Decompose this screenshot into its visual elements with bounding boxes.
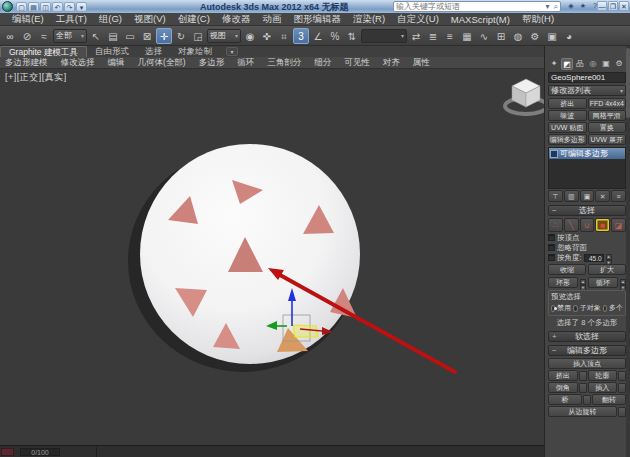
- new-scene-icon[interactable]: ▢: [16, 2, 27, 12]
- modifier-button-noise[interactable]: 噪波: [548, 110, 587, 121]
- mirror-icon[interactable]: ⇄: [408, 28, 424, 44]
- create-tab-icon[interactable]: ✦: [548, 58, 560, 70]
- percent-snap-icon[interactable]: %: [327, 28, 343, 44]
- redo-icon[interactable]: ↷: [64, 2, 75, 12]
- menu-group[interactable]: 组(G): [93, 13, 128, 26]
- select-and-rotate-icon[interactable]: ↻: [173, 28, 189, 44]
- bridge-button[interactable]: 桥: [548, 394, 582, 405]
- inset-button[interactable]: 插入: [588, 382, 618, 393]
- panel-polygons[interactable]: 多边形: [199, 57, 225, 69]
- modifier-button-ffd[interactable]: FFD 4x4x4: [588, 98, 627, 109]
- frame-indicator-field[interactable]: 0/100: [20, 448, 60, 456]
- angle-spinner[interactable]: ▲▼: [606, 254, 612, 262]
- spinner-snap-icon[interactable]: ⇅: [344, 28, 360, 44]
- outline-settings-icon[interactable]: [618, 371, 626, 381]
- ignore-backfacing-checkbox[interactable]: [548, 244, 555, 251]
- element-subobject-icon[interactable]: ◪: [611, 218, 626, 232]
- select-and-scale-icon[interactable]: ◲: [190, 28, 206, 44]
- menu-maxscript[interactable]: MAXScript(M): [445, 14, 516, 25]
- app-menu-button[interactable]: [2, 1, 13, 12]
- panel-loops[interactable]: 循环: [237, 57, 254, 69]
- edge-subobject-icon[interactable]: ╲: [564, 218, 579, 232]
- panel-align[interactable]: 对齐: [383, 57, 400, 69]
- rectangular-selection-region-icon[interactable]: ▭: [122, 28, 138, 44]
- named-selection-sets-dropdown[interactable]: ▾: [361, 29, 407, 43]
- extrude-settings-icon[interactable]: [579, 371, 587, 381]
- loop-button[interactable]: 循环: [588, 277, 618, 288]
- ribbon-minimize-icon[interactable]: ▾: [226, 47, 238, 56]
- angle-value-field[interactable]: 45.0: [584, 254, 604, 262]
- vertex-subobject-icon[interactable]: ∴: [548, 218, 563, 232]
- bevel-settings-icon[interactable]: [579, 383, 587, 393]
- tab-graphite-modeling[interactable]: Graphite 建模工具: [0, 46, 87, 57]
- snap-toggle-icon[interactable]: 3: [293, 28, 309, 44]
- display-tab-icon[interactable]: ▣: [600, 58, 612, 70]
- menu-animation[interactable]: 动画: [256, 13, 287, 26]
- viewcube[interactable]: [505, 79, 544, 114]
- graphite-toggle-icon[interactable]: ▦: [459, 28, 475, 44]
- outline-button[interactable]: 轮廓: [588, 370, 618, 381]
- viewport-label-menus[interactable]: [+][正交][真实]: [5, 71, 67, 84]
- make-unique-icon[interactable]: ▣: [580, 190, 595, 202]
- use-pivot-center-icon[interactable]: ◉: [242, 28, 258, 44]
- menu-rendering[interactable]: 渲染(R): [347, 13, 391, 26]
- reference-coordinate-dropdown[interactable]: 视图▾: [207, 29, 241, 43]
- menu-modifiers[interactable]: 修改器: [216, 13, 257, 26]
- selection-rollout-header[interactable]: − 选择: [548, 205, 626, 216]
- select-by-name-icon[interactable]: ▤: [105, 28, 121, 44]
- menu-views[interactable]: 视图(V): [128, 13, 172, 26]
- perspective-viewport[interactable]: [+][正交][真实]: [0, 69, 544, 445]
- panel-scrollbar[interactable]: [626, 46, 630, 457]
- modifier-button-displace[interactable]: 置换: [588, 122, 627, 133]
- modify-tab-icon[interactable]: ◩: [561, 58, 573, 70]
- menu-help[interactable]: 帮助(H): [516, 13, 560, 26]
- insert-vertex-button[interactable]: 插入顶点: [548, 358, 626, 369]
- preview-multi-radio[interactable]: [603, 305, 607, 312]
- panel-modify-selection[interactable]: 修改选择: [61, 57, 95, 69]
- search-input[interactable]: [394, 2, 544, 11]
- modifier-button-uvw-map[interactable]: UVW 贴图: [548, 122, 587, 133]
- extrude-button[interactable]: 挤出: [548, 370, 578, 381]
- search-dropdown-icon[interactable]: ▾: [544, 2, 552, 11]
- soft-selection-rollout-header[interactable]: + 软选择: [548, 331, 626, 342]
- select-object-icon[interactable]: ↖: [88, 28, 104, 44]
- undo-icon[interactable]: ↶: [52, 2, 63, 12]
- inset-settings-icon[interactable]: [618, 383, 626, 393]
- modifier-stack[interactable]: 可编辑多边形: [548, 147, 626, 189]
- selection-filter-dropdown[interactable]: 全部▾: [53, 29, 87, 43]
- panel-edit[interactable]: 编辑: [108, 57, 125, 69]
- show-end-result-icon[interactable]: ▥: [564, 190, 579, 202]
- align-icon[interactable]: ≣: [425, 28, 441, 44]
- panel-properties[interactable]: 属性: [413, 57, 430, 69]
- schematic-view-icon[interactable]: ⊞: [493, 28, 509, 44]
- render-icon[interactable]: ◕: [561, 28, 577, 44]
- workspace-dropdown-icon[interactable]: ▾: [76, 2, 87, 12]
- viewport-scene[interactable]: [0, 69, 544, 445]
- window-crossing-icon[interactable]: ⊠: [139, 28, 155, 44]
- ring-button[interactable]: 环形: [548, 277, 578, 288]
- rendered-frame-icon[interactable]: ▣: [544, 28, 560, 44]
- tab-freeform[interactable]: 自由形式: [87, 46, 137, 57]
- ring-spinner[interactable]: ▲▼: [580, 279, 586, 287]
- by-vertex-checkbox[interactable]: [548, 234, 555, 241]
- panel-tris[interactable]: 三角剖分: [267, 57, 301, 69]
- sign-in-icon[interactable]: ◈: [566, 1, 576, 11]
- border-subobject-icon[interactable]: ∪: [580, 218, 595, 232]
- shrink-button[interactable]: 收缩: [548, 264, 586, 275]
- bevel-button[interactable]: 倒角: [548, 382, 578, 393]
- flip-button[interactable]: 翻转: [592, 394, 626, 405]
- minimize-button[interactable]: —: [597, 1, 607, 11]
- configure-modifier-sets-icon[interactable]: ≡: [611, 190, 626, 202]
- maximize-button[interactable]: ❐: [608, 1, 618, 11]
- menu-customize[interactable]: 自定义(U): [391, 13, 445, 26]
- edit-polygons-rollout-header[interactable]: − 编辑多边形: [548, 345, 626, 356]
- panel-subdivision[interactable]: 细分: [314, 57, 331, 69]
- stack-item-editable-poly[interactable]: 可编辑多边形: [549, 148, 625, 159]
- panel-geometry-all[interactable]: 几何体(全部): [138, 57, 186, 69]
- angle-snap-icon[interactable]: ∠: [310, 28, 326, 44]
- modifier-button-meshsmooth[interactable]: 网格平滑: [588, 110, 627, 121]
- select-and-link-icon[interactable]: ∞: [2, 28, 18, 44]
- tab-object-paint[interactable]: 对象绘制: [170, 46, 220, 57]
- panel-visibility[interactable]: 可见性: [344, 57, 370, 69]
- modifier-button-unwrap-uvw[interactable]: UVW 展开: [588, 134, 627, 145]
